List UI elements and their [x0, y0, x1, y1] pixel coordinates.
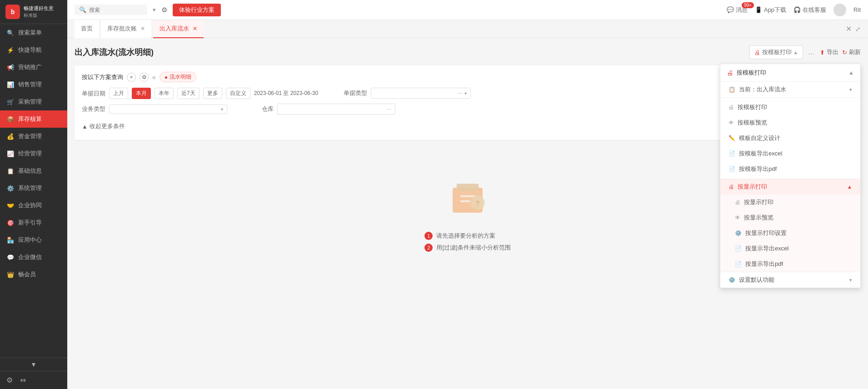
sidebar-item-basic[interactable]: 📋 基础信息	[0, 162, 67, 180]
business-type-select[interactable]: ▾	[109, 105, 227, 114]
dropdown-item-template-print[interactable]: 🖨 按模板打印	[720, 100, 860, 115]
sidebar-logo-sub: 标准版	[24, 12, 54, 19]
sidebar-item-member[interactable]: 👑 畅会员	[0, 266, 67, 283]
dropdown-item-template-custom[interactable]: ✏️ 模板自定义设计	[720, 130, 860, 146]
print-btn[interactable]: 🖨 按模板打印 ▲	[749, 45, 803, 59]
tab-inout-close-icon[interactable]: ✕	[193, 25, 197, 32]
bill-type-select[interactable]: ··· ▾	[371, 88, 471, 99]
sidebar-item-inventory[interactable]: 📦 库存核算	[0, 110, 67, 128]
sidebar-item-system[interactable]: ⚙️ 系统管理	[0, 180, 67, 197]
date-more-btn[interactable]: 更多	[203, 88, 222, 99]
username-label[interactable]: Rit	[853, 6, 861, 13]
sidebar-item-operations[interactable]: 📈 经营管理	[0, 145, 67, 162]
message-btn[interactable]: 💬 消息 99+	[727, 6, 748, 14]
sidebar-item-guide[interactable]: 🎯 新手引导	[0, 214, 67, 231]
display-section-arrow-icon: ▲	[847, 184, 852, 190]
member-icon: 👑	[6, 271, 15, 278]
svg-rect-2	[460, 195, 475, 197]
date-last-month-btn[interactable]: 上月	[109, 88, 128, 99]
tab-batch-account[interactable]: 库存批次账 ✕	[101, 20, 151, 38]
tab-batch-label: 库存批次账	[107, 25, 137, 33]
online-service-btn[interactable]: 🎧 在线客服	[793, 6, 826, 14]
page-content: 出入库流水(流水明细) 🖨 按模板打印 ▲ ... ⬆ 导出 ↻ 刷新	[67, 38, 868, 389]
dropdown-display-section-header[interactable]: 🖨 按显示打印 ▲	[720, 179, 860, 194]
date-range-display: 2023-06-01 至 2023-06-30	[254, 90, 318, 97]
footer-label: 设置默认功能	[739, 276, 774, 284]
dropdown-item-display-print[interactable]: 🖨 按显示打印	[720, 194, 860, 210]
sidebar-item-search[interactable]: 🔍 搜索菜单	[0, 24, 67, 41]
trial-button[interactable]: 体验行业方案	[173, 4, 221, 16]
sidebar-item-shortcut[interactable]: ⚡ 快捷导航	[0, 41, 67, 59]
template-pdf-icon: 📄	[728, 166, 735, 172]
dropdown-current-label: 当前：出入库流水	[739, 85, 786, 94]
sidebar-item-purchase[interactable]: 🛒 采购管理	[0, 93, 67, 110]
dropdown-title: 按模板打印	[737, 69, 766, 77]
dropdown-item-template-pdf[interactable]: 📄 按模板导出pdf	[720, 161, 860, 177]
date-filter-field: 单据日期 上月 本月 本年 近7天 更多 自定义 2023-06-01 至 20…	[82, 88, 318, 99]
sidebar-item-apps[interactable]: 🏪 应用中心	[0, 231, 67, 249]
date-current-month-btn[interactable]: 本月	[132, 88, 151, 99]
svg-text:?: ?	[476, 199, 480, 207]
refresh-btn[interactable]: ↻ 刷新	[842, 48, 861, 56]
filter-tag-label: 流水明细	[170, 73, 191, 81]
dropdown-header-arrow-icon[interactable]: ▲	[848, 70, 854, 76]
bill-type-label: 单据类型	[344, 89, 367, 97]
display-print-icon: 🖨	[735, 199, 740, 205]
filter-settings-btn[interactable]: ⚙	[140, 73, 149, 82]
dropdown-item-display-excel[interactable]: 📄 按显示导出excel	[720, 241, 860, 256]
date-current-year-btn[interactable]: 本年	[155, 88, 174, 99]
tabs-bar: 首页 库存批次账 ✕ 出入库流水 ✕ ✕ ⤢	[67, 20, 868, 38]
bill-type-more-icon: ···	[458, 90, 463, 96]
dropdown-template-section: 🖨 按模板打印 👁 按模板预览 ✏️ 模板自定义设计 📄 按模板导出excel …	[720, 98, 860, 179]
tab-batch-close-icon[interactable]: ✕	[140, 25, 145, 32]
more-actions-btn[interactable]: ...	[807, 48, 816, 56]
tab-maximize-icon[interactable]: ⤢	[855, 25, 861, 33]
filter-tag[interactable]: ● 流水明细	[160, 72, 196, 82]
avatar[interactable]	[833, 4, 846, 16]
dropdown-item-display-preview[interactable]: 👁 按显示预览	[720, 210, 860, 225]
main: 🔍 ▾ ⚙ 体验行业方案 💬 消息 99+ 📱 App下载 🎧 在线客服 Rit	[67, 0, 868, 389]
dropdown-item-template-excel[interactable]: 📄 按模板导出excel	[720, 146, 860, 161]
tab-home[interactable]: 首页	[75, 20, 99, 38]
filter-collapse-icon[interactable]: «	[152, 74, 156, 81]
display-section-label: 按显示打印	[738, 183, 767, 191]
dropdown-current[interactable]: 📋 当前：出入库流水 ▾	[720, 82, 860, 98]
sidebar-item-label: 库存核算	[18, 115, 42, 123]
display-pdf-icon: 📄	[735, 261, 742, 267]
export-btn[interactable]: ⬆ 导出	[820, 48, 838, 56]
topbar-search-box[interactable]: 🔍	[75, 5, 147, 15]
sidebar-item-marketing[interactable]: 📢 营销推广	[0, 59, 67, 76]
export-icon: ⬆	[820, 49, 825, 56]
dropdown-print-icon: 🖨	[727, 69, 733, 76]
dropdown-item-display-settings[interactable]: ⚙️ 按显示打印设置	[720, 225, 860, 241]
sidebar-item-finance[interactable]: 💰 资金管理	[0, 128, 67, 145]
tab-inout-flow[interactable]: 出入库流水 ✕	[153, 20, 204, 38]
app-download-btn[interactable]: 📱 App下载	[755, 6, 786, 14]
date-custom-btn[interactable]: 自定义	[226, 88, 250, 99]
dropdown-footer[interactable]: ⚙️ 设置默认功能 ▾	[720, 272, 860, 288]
collapse-btn[interactable]: ▲ 收起更多条件	[82, 122, 125, 130]
date-last-7-days-btn[interactable]: 近7天	[177, 88, 200, 99]
filter-add-btn[interactable]: +	[127, 73, 136, 82]
sidebar-item-sales[interactable]: 📊 销售管理	[0, 76, 67, 93]
tab-close-window-icon[interactable]: ✕	[846, 25, 852, 33]
settings-icon[interactable]: ⚙	[6, 376, 13, 384]
step-2-label: 用[过滤]条件来缩小分析范围	[436, 244, 510, 252]
topbar-chevron-icon[interactable]: ▾	[153, 6, 156, 13]
bill-type-arrow-icon: ▾	[464, 91, 467, 96]
warehouse-select[interactable]: ···	[277, 104, 395, 115]
business-type-label: 业务类型	[82, 105, 105, 113]
basic-icon: 📋	[6, 168, 15, 175]
tab-actions: ✕ ⤢	[846, 25, 861, 33]
collapse-icon[interactable]: ⇔	[20, 376, 26, 384]
dropdown-display-items: 🖨 按显示打印 👁 按显示预览 ⚙️ 按显示打印设置 📄 按显示导出excel …	[720, 194, 860, 272]
dropdown-item-template-preview[interactable]: 👁 按模板预览	[720, 115, 860, 130]
sidebar-item-label: 销售管理	[18, 80, 42, 89]
dropdown-item-display-pdf[interactable]: 📄 按显示导出pdf	[720, 256, 860, 272]
apps-icon: 🏪	[6, 237, 15, 244]
sidebar-item-wechat[interactable]: 💬 企业微信	[0, 249, 67, 266]
app-download-icon: 📱	[755, 6, 762, 13]
topbar-gear-icon[interactable]: ⚙	[161, 6, 167, 14]
topbar-search-input[interactable]	[89, 7, 135, 13]
sidebar-item-collab[interactable]: 🤝 企业协同	[0, 197, 67, 214]
